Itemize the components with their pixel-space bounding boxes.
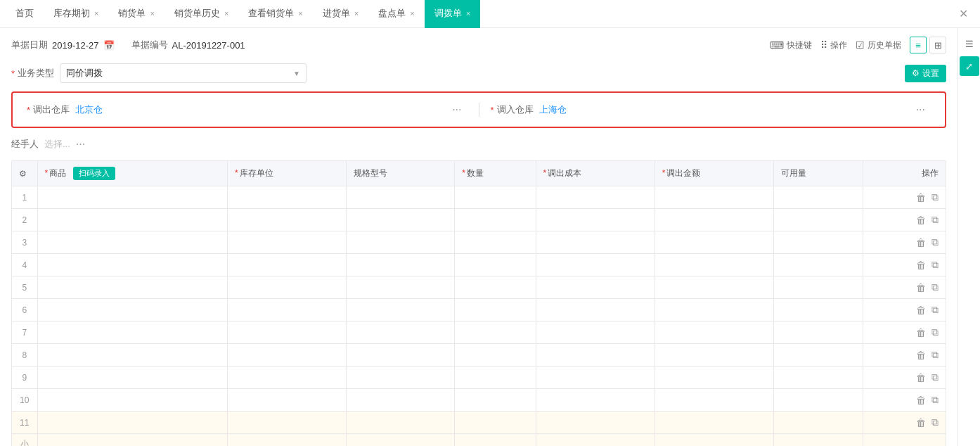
copy-icon-6[interactable]: ⧉ <box>931 304 939 316</box>
row-product-1[interactable] <box>37 186 227 209</box>
delete-icon-9[interactable]: 🗑 <box>916 372 926 383</box>
row-cost-6[interactable] <box>536 299 655 321</box>
row-cost-8[interactable] <box>536 344 655 367</box>
out-warehouse-more-button[interactable]: ··· <box>446 103 467 116</box>
row-amount-5[interactable] <box>655 276 773 299</box>
row-amount-2[interactable] <box>655 209 773 231</box>
row-amount-7[interactable] <box>655 321 773 344</box>
row-amount-6[interactable] <box>655 299 773 321</box>
tab-stocktake-close[interactable]: × <box>410 9 414 18</box>
row-spec-11[interactable] <box>346 412 454 434</box>
row-unit-7[interactable] <box>227 321 346 344</box>
sidebar-expand-button[interactable]: ⤢ <box>960 56 979 76</box>
row-amount-9[interactable] <box>655 367 773 389</box>
row-product-10[interactable] <box>37 389 227 412</box>
row-quantity-1[interactable] <box>455 186 536 209</box>
row-cost-3[interactable] <box>536 231 655 254</box>
row-product-9[interactable] <box>37 367 227 389</box>
shortcuts-button[interactable]: ⌨ 快捷键 <box>770 39 812 51</box>
tab-sales-order[interactable]: 销货单 × <box>108 0 164 28</box>
tab-view-sales[interactable]: 查看销货单 × <box>238 0 312 28</box>
copy-icon-7[interactable]: ⧉ <box>931 326 939 338</box>
row-spec-9[interactable] <box>346 367 454 389</box>
row-quantity-3[interactable] <box>455 231 536 254</box>
delete-icon-5[interactable]: 🗑 <box>916 282 926 293</box>
copy-icon-4[interactable]: ⧉ <box>931 259 939 271</box>
row-unit-8[interactable] <box>227 344 346 367</box>
row-amount-8[interactable] <box>655 344 773 367</box>
operations-button[interactable]: ⠿ 操作 <box>820 39 847 51</box>
delete-icon-11[interactable]: 🗑 <box>916 417 926 428</box>
settings-button[interactable]: ⚙ 设置 <box>905 65 946 82</box>
delete-icon-7[interactable]: 🗑 <box>916 327 926 338</box>
calendar-icon[interactable]: 📅 <box>103 40 115 51</box>
row-unit-11[interactable] <box>227 412 346 434</box>
th-settings[interactable]: ⚙ <box>12 161 37 186</box>
row-spec-2[interactable] <box>346 209 454 231</box>
copy-icon-2[interactable]: ⧉ <box>931 214 939 226</box>
row-cost-5[interactable] <box>536 276 655 299</box>
row-spec-8[interactable] <box>346 344 454 367</box>
row-unit-4[interactable] <box>227 254 346 276</box>
copy-icon-11[interactable]: ⧉ <box>931 416 939 428</box>
row-amount-1[interactable] <box>655 186 773 209</box>
delete-icon-6[interactable]: 🗑 <box>916 305 926 316</box>
row-quantity-7[interactable] <box>455 321 536 344</box>
tab-sales-history-close[interactable]: × <box>224 9 228 18</box>
window-close-button[interactable]: ✕ <box>952 3 974 25</box>
row-quantity-2[interactable] <box>455 209 536 231</box>
row-unit-9[interactable] <box>227 367 346 389</box>
delete-icon-1[interactable]: 🗑 <box>916 192 926 203</box>
delete-icon-10[interactable]: 🗑 <box>916 395 926 406</box>
tab-inventory-init-close[interactable]: × <box>94 9 98 18</box>
copy-icon-9[interactable]: ⧉ <box>931 371 939 383</box>
row-spec-3[interactable] <box>346 231 454 254</box>
row-cost-9[interactable] <box>536 367 655 389</box>
row-product-3[interactable] <box>37 231 227 254</box>
tab-purchase[interactable]: 进货单 × <box>313 0 368 28</box>
row-unit-6[interactable] <box>227 299 346 321</box>
copy-icon-10[interactable]: ⧉ <box>931 394 939 406</box>
tab-inventory-init[interactable]: 库存期初 × <box>44 0 108 28</box>
row-product-8[interactable] <box>37 344 227 367</box>
row-amount-10[interactable] <box>655 389 773 412</box>
delete-icon-2[interactable]: 🗑 <box>916 215 926 226</box>
tab-transfer[interactable]: 调拨单 × <box>425 0 480 28</box>
delete-icon-3[interactable]: 🗑 <box>916 237 926 248</box>
tab-purchase-close[interactable]: × <box>354 9 359 18</box>
row-quantity-5[interactable] <box>455 276 536 299</box>
sidebar-doc-button[interactable]: ☰ <box>960 34 979 53</box>
row-cost-4[interactable] <box>536 254 655 276</box>
row-cost-1[interactable] <box>536 186 655 209</box>
row-spec-1[interactable] <box>346 186 454 209</box>
row-quantity-10[interactable] <box>455 389 536 412</box>
history-button[interactable]: ☑ 历史单据 <box>856 39 901 51</box>
row-spec-10[interactable] <box>346 389 454 412</box>
row-quantity-9[interactable] <box>455 367 536 389</box>
copy-icon-8[interactable]: ⧉ <box>931 349 939 361</box>
tab-sales-order-close[interactable]: × <box>150 9 154 18</box>
in-warehouse-more-button[interactable]: ··· <box>910 103 931 116</box>
copy-icon-1[interactable]: ⧉ <box>931 191 939 203</box>
row-quantity-6[interactable] <box>455 299 536 321</box>
row-quantity-4[interactable] <box>455 254 536 276</box>
person-more-button[interactable]: ··· <box>70 138 91 151</box>
scan-button[interactable]: 扫码录入 <box>73 167 115 180</box>
grid-view-icon[interactable]: ⊞ <box>929 37 946 53</box>
copy-icon-5[interactable]: ⧉ <box>931 281 939 293</box>
person-value[interactable]: 选择... <box>44 138 70 151</box>
row-cost-10[interactable] <box>536 389 655 412</box>
row-amount-4[interactable] <box>655 254 773 276</box>
delete-icon-8[interactable]: 🗑 <box>916 350 926 361</box>
row-spec-7[interactable] <box>346 321 454 344</box>
row-unit-2[interactable] <box>227 209 346 231</box>
row-product-5[interactable] <box>37 276 227 299</box>
row-product-2[interactable] <box>37 209 227 231</box>
row-cost-2[interactable] <box>536 209 655 231</box>
row-unit-1[interactable] <box>227 186 346 209</box>
copy-icon-3[interactable]: ⧉ <box>931 236 939 248</box>
settings-icon[interactable]: ⚙ <box>19 169 27 179</box>
row-product-4[interactable] <box>37 254 227 276</box>
tab-sales-history[interactable]: 销货单历史 × <box>165 0 238 28</box>
row-unit-3[interactable] <box>227 231 346 254</box>
